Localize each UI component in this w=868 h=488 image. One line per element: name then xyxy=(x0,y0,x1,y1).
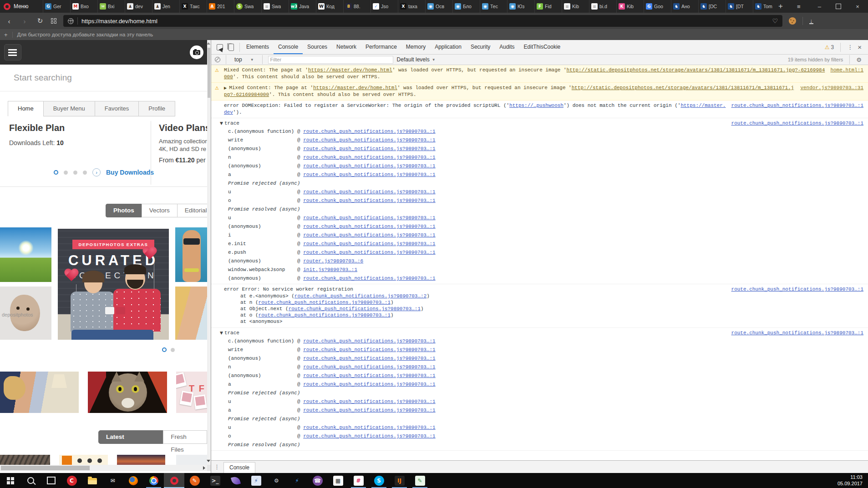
carousel-dot[interactable] xyxy=(73,171,77,175)
stack-frame-link[interactable]: router.js?9890703…:6 xyxy=(303,258,363,264)
browser-tab[interactable]: ≡Kib xyxy=(562,0,589,13)
console-filter-input[interactable] xyxy=(268,56,393,64)
browser-tab[interactable]: Xtaxa xyxy=(398,0,426,13)
taskbar-orange-paint-app[interactable]: ✎ xyxy=(184,473,205,488)
source-location-link[interactable]: route.chunk_push_notifications.js?989070… xyxy=(731,102,863,109)
taskbar-task-view[interactable] xyxy=(41,473,61,488)
maximize-button[interactable] xyxy=(836,4,841,9)
stack-frame-link[interactable]: route.chunk_push_notifications.js?989070… xyxy=(294,293,426,299)
console-url-link[interactable]: https://…pushwoosh xyxy=(509,103,563,108)
source-location-link[interactable]: home.html:1 xyxy=(830,67,863,74)
devtools-tab-network[interactable]: Network xyxy=(332,40,361,54)
photo-thumbnail-landscape[interactable] xyxy=(0,227,51,282)
stack-frame-link[interactable]: route.chunk_push_notifications.js?989070… xyxy=(303,338,435,344)
browser-tab[interactable]: SSwa xyxy=(234,0,262,13)
browser-tab[interactable]: w3Java xyxy=(289,0,316,13)
stack-frame-link[interactable]: route.chunk_push_notifications.js?989070… xyxy=(303,163,435,169)
taskbar-skype[interactable]: S xyxy=(369,473,389,488)
buy-downloads-link[interactable]: Buy Downloads xyxy=(106,169,154,176)
stack-frame-link[interactable]: route.chunk_push_notifications.js?989070… xyxy=(259,300,391,305)
add-bookmark-icon[interactable]: + xyxy=(4,31,8,38)
carousel-dot[interactable] xyxy=(171,348,175,352)
photo-thumbnail-collage[interactable]: T F xyxy=(176,372,207,413)
devtools-tab-console[interactable]: Console xyxy=(274,40,303,54)
new-tab-button[interactable]: + xyxy=(773,0,788,13)
speed-dial-icon[interactable] xyxy=(51,18,57,24)
page-tab-favorites[interactable]: Favorites xyxy=(95,101,139,116)
browser-tab[interactable]: ♞Tom xyxy=(753,0,773,13)
devtools-tab-sources[interactable]: Sources xyxy=(303,40,332,54)
drawer-menu-icon[interactable]: ⋮ xyxy=(214,463,220,470)
bookmark-heart-icon[interactable]: ♡ xyxy=(772,17,778,25)
collections-tab-fresh-files[interactable]: Fresh Files xyxy=(163,430,207,444)
carousel-dot[interactable] xyxy=(54,170,58,175)
expand-caret-icon[interactable]: ▶ xyxy=(224,86,227,90)
media-tab-editorial[interactable]: Editorial xyxy=(177,204,207,217)
page-tab-home[interactable]: Home xyxy=(8,101,44,116)
devtools-menu-icon[interactable]: ⋮ xyxy=(847,44,853,50)
drawer-tab-console[interactable]: Console xyxy=(223,462,255,473)
stack-frame-link[interactable]: route.chunk_push_notifications.js?989070… xyxy=(303,250,435,255)
media-tab-photos[interactable]: Photos xyxy=(106,204,142,217)
carousel-dot[interactable] xyxy=(162,347,167,352)
browser-tab[interactable]: FFid xyxy=(535,0,562,13)
console-url-link[interactable]: https://master.dev/home.html xyxy=(308,67,392,73)
taskbar-search[interactable] xyxy=(20,473,41,488)
carousel-dot[interactable] xyxy=(83,171,87,175)
stack-frame-link[interactable]: route.chunk_push_notifications.js?989070… xyxy=(303,155,435,160)
browser-tab[interactable]: MВхо xyxy=(71,0,98,13)
stack-frame-link[interactable]: route.chunk_push_notifications.js?989070… xyxy=(303,399,435,404)
scroll-right-arrow[interactable] xyxy=(203,466,205,470)
taskbar-start[interactable] xyxy=(0,473,20,488)
taskbar-clock[interactable]: 11:03 05.09.2017 xyxy=(838,473,868,488)
taskbar-slack[interactable]: # xyxy=(348,473,369,488)
browser-tab[interactable]: ♞[DT xyxy=(726,0,753,13)
vertical-scroll-thumb[interactable] xyxy=(208,48,210,98)
devtools-close-icon[interactable]: × xyxy=(858,43,862,51)
browser-tab[interactable]: ♟dev xyxy=(125,0,152,13)
devtools-tab-elements[interactable]: Elements xyxy=(242,40,274,54)
browser-tab[interactable]: ◉Юз xyxy=(508,0,535,13)
stack-frame-link[interactable]: route.chunk_push_notifications.js?989070… xyxy=(303,347,435,352)
source-location-link[interactable]: route.chunk_push_notifications.js?989070… xyxy=(731,286,863,293)
console-url-link[interactable]: https://master.dev/home.html xyxy=(313,85,397,91)
taskbar-feather-app[interactable] xyxy=(225,473,246,488)
issues-badge[interactable]: ⚠ 3 xyxy=(825,44,834,50)
stack-frame-link[interactable]: route.chunk_push_notifications.js?989070… xyxy=(303,172,435,177)
browser-tab[interactable]: ◉Осв xyxy=(426,0,453,13)
stack-frame-link[interactable]: init.js?9890703…:1 xyxy=(303,267,357,272)
carousel-dot[interactable] xyxy=(64,171,68,175)
taskbar-viber[interactable]: ☎ xyxy=(307,473,328,488)
source-location-link[interactable]: route.chunk_push_notifications.js?989070… xyxy=(731,329,863,337)
taskbar-lightning-app[interactable]: ⚡ xyxy=(287,473,307,488)
browser-tab[interactable]: ♟Jen xyxy=(152,0,180,13)
taskbar-chrome[interactable] xyxy=(143,473,164,488)
collapse-caret-icon[interactable]: ▼ xyxy=(220,331,223,335)
browser-tab[interactable]: ♞[DC xyxy=(699,0,726,13)
stack-frame-link[interactable]: route.chunk_push_notifications.js?989070… xyxy=(303,198,435,203)
taskbar-command-prompt[interactable]: >_ xyxy=(205,473,225,488)
inspect-element-icon[interactable] xyxy=(217,44,223,50)
browser-menu-button[interactable]: Меню xyxy=(0,0,43,13)
stack-frame-link[interactable]: route.chunk_push_notifications.js?989070… xyxy=(303,129,435,134)
site-logo[interactable] xyxy=(190,45,203,59)
window-close-button[interactable]: × xyxy=(853,3,862,10)
tab-menu-icon[interactable]: ≡ xyxy=(794,3,803,10)
media-tab-vectors[interactable]: Vectors xyxy=(142,204,178,217)
stack-frame-link[interactable]: route.chunk_push_notifications.js?989070… xyxy=(303,137,435,143)
taskbar-intellij[interactable]: IJ xyxy=(389,473,410,488)
stack-frame-link[interactable]: route.chunk_push_notifications.js?989070… xyxy=(303,146,435,151)
photo-thumbnail-meme[interactable]: depositphotos xyxy=(0,287,51,340)
minimize-button[interactable]: – xyxy=(815,3,824,10)
page-vertical-scrollbar[interactable] xyxy=(207,40,211,465)
stack-frame-link[interactable]: route.chunk_push_notifications.js?989070… xyxy=(259,312,391,318)
scroll-down-arrow[interactable] xyxy=(207,460,210,462)
horizontal-scroll-thumb[interactable] xyxy=(1,466,90,470)
taskbar-notes-app[interactable]: ✎ xyxy=(410,473,430,488)
browser-tab[interactable]: ✓Jso xyxy=(371,0,398,13)
devtools-tab-security[interactable]: Security xyxy=(466,40,495,54)
stack-frame-link[interactable]: route.chunk_push_notifications.js?989070… xyxy=(303,408,435,413)
stack-frame-link[interactable]: route.chunk_push_notifications.js?989070… xyxy=(303,276,435,281)
taskbar-explorer[interactable] xyxy=(82,473,102,488)
browser-tab[interactable]: ✉Вхі xyxy=(98,0,125,13)
